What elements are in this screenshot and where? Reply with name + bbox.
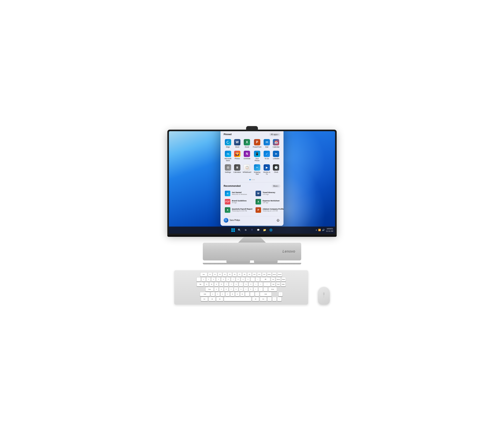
- key-h[interactable]: H: [239, 287, 243, 291]
- key-period[interactable]: .: [250, 292, 254, 296]
- key-ctrl-left[interactable]: Ctrl: [201, 297, 208, 301]
- key-f10[interactable]: F10: [252, 272, 257, 277]
- key-9[interactable]: 9: [241, 277, 245, 282]
- key-f9[interactable]: F9: [247, 272, 252, 277]
- key-lbracket[interactable]: [: [253, 282, 258, 286]
- key-ins[interactable]: Ins: [271, 277, 275, 282]
- key-alt-right[interactable]: Alt: [252, 297, 259, 301]
- key-b[interactable]: B: [230, 292, 235, 296]
- key-equals[interactable]: =: [256, 277, 260, 282]
- key-escape[interactable]: Esc: [200, 272, 207, 277]
- key-alt-left[interactable]: Alt: [216, 297, 223, 301]
- key-a[interactable]: A: [214, 287, 218, 291]
- app-powerpoint[interactable]: P PowerPoint: [252, 138, 262, 149]
- key-m[interactable]: M: [240, 292, 244, 296]
- key-backtick[interactable]: `: [197, 277, 201, 282]
- app-clock[interactable]: 🕐 Clock: [272, 163, 280, 176]
- key-semicolon[interactable]: ;: [259, 287, 263, 291]
- key-p[interactable]: P: [249, 282, 253, 286]
- key-end[interactable]: End: [276, 282, 280, 286]
- mouse[interactable]: [318, 287, 330, 305]
- key-f12[interactable]: F12: [262, 272, 266, 277]
- key-7[interactable]: 7: [231, 277, 235, 282]
- power-button[interactable]: ⏻: [276, 218, 280, 223]
- app-excel[interactable]: X Excel: [242, 138, 252, 149]
- key-pause[interactable]: Pause: [277, 272, 282, 277]
- key-arrow-right[interactable]: →: [277, 297, 281, 301]
- key-tab[interactable]: Tab: [197, 282, 204, 286]
- key-z[interactable]: Z: [211, 292, 215, 296]
- key-w[interactable]: W: [209, 282, 214, 286]
- key-n[interactable]: N: [235, 292, 240, 296]
- key-quote[interactable]: ': [263, 287, 268, 291]
- key-backslash[interactable]: \: [263, 282, 270, 286]
- key-backspace[interactable]: ⌫: [261, 277, 270, 282]
- key-u[interactable]: U: [234, 282, 238, 286]
- key-5[interactable]: 5: [221, 277, 225, 282]
- app-store[interactable]: 🛍 Microsoft Store: [224, 150, 232, 163]
- key-3[interactable]: 3: [211, 277, 216, 282]
- key-f1[interactable]: F1: [208, 272, 212, 277]
- key-capslock[interactable]: Caps: [205, 287, 214, 291]
- rec-item-expense[interactable]: X Expense Worksheet 12h ago: [254, 198, 285, 205]
- key-space[interactable]: [224, 297, 252, 301]
- key-f7[interactable]: F7: [237, 272, 242, 277]
- key-g[interactable]: G: [234, 287, 238, 291]
- app-phone[interactable]: 📱 Your Phone: [252, 150, 262, 163]
- app-calendar[interactable]: 📅 Calendar: [272, 138, 280, 149]
- key-o[interactable]: O: [244, 282, 248, 286]
- key-ctrl-right[interactable]: Ctrl: [260, 297, 267, 301]
- key-f[interactable]: F: [229, 287, 233, 291]
- app-edge[interactable]: Edge: [224, 138, 232, 149]
- app-photos[interactable]: 🌄 Photos: [233, 150, 241, 163]
- rec-item-get-started[interactable]: ⊞ Get Started Welcome to Windows: [224, 190, 253, 197]
- key-r[interactable]: R: [219, 282, 224, 286]
- key-v[interactable]: V: [225, 292, 230, 296]
- key-l[interactable]: L: [253, 287, 258, 291]
- app-mail[interactable]: ✉ Mail: [262, 138, 271, 149]
- key-d[interactable]: D: [224, 287, 228, 291]
- all-apps-button[interactable]: All apps ›: [269, 133, 280, 136]
- key-t[interactable]: T: [224, 282, 228, 286]
- app-calculator[interactable]: 🖩 Calculator: [233, 163, 241, 176]
- key-pgup[interactable]: PgUp: [281, 277, 286, 282]
- key-home[interactable]: Home: [276, 277, 280, 282]
- rec-item-travel[interactable]: W Travel Itinerary 17m ago: [254, 190, 285, 197]
- key-f3[interactable]: F3: [218, 272, 222, 277]
- taskbar-datetime[interactable]: 10/20/21 11:11 AM: [326, 228, 333, 232]
- key-scrlk[interactable]: ScrLk: [272, 272, 277, 277]
- key-f8[interactable]: F8: [242, 272, 247, 277]
- app-settings[interactable]: ⚙ Settings: [224, 163, 232, 176]
- taskbar-taskview-button[interactable]: ⧉: [243, 228, 248, 233]
- key-del[interactable]: Del: [271, 282, 275, 286]
- key-q[interactable]: Q: [204, 282, 209, 286]
- key-i[interactable]: I: [239, 282, 243, 286]
- key-6[interactable]: 6: [226, 277, 230, 282]
- key-f5[interactable]: F5: [228, 272, 232, 277]
- key-1[interactable]: 1: [201, 277, 206, 282]
- key-slash[interactable]: /: [255, 292, 259, 296]
- key-j[interactable]: J: [244, 287, 248, 291]
- app-whiteboard[interactable]: 📋 Whiteboard: [242, 163, 252, 176]
- key-s[interactable]: S: [219, 287, 224, 291]
- rec-item-payroll[interactable]: X Quarterly Payroll Report Yesterday at …: [224, 206, 253, 214]
- key-enter[interactable]: Enter: [268, 287, 277, 291]
- key-pgdn[interactable]: PgDn: [281, 282, 286, 286]
- user-info[interactable]: S Sara Philips: [224, 218, 240, 223]
- key-2[interactable]: 2: [206, 277, 211, 282]
- rec-item-adatum[interactable]: P Adatum Company Profile Yesterday at 1:…: [254, 206, 285, 214]
- key-f6[interactable]: F6: [233, 272, 237, 277]
- key-k[interactable]: K: [249, 287, 253, 291]
- taskbar-teams-button[interactable]: T: [249, 228, 255, 233]
- taskbar-explorer-button[interactable]: 📁: [262, 228, 267, 233]
- key-e[interactable]: E: [214, 282, 218, 286]
- key-arrow-down[interactable]: ↓: [272, 297, 277, 301]
- app-movies[interactable]: ▶ Movies & TV: [262, 163, 271, 176]
- taskbar-edge-button[interactable]: 🌐: [268, 228, 273, 233]
- key-x[interactable]: X: [216, 292, 220, 296]
- key-minus[interactable]: -: [251, 277, 255, 282]
- app-linkedin[interactable]: in LinkedIn: [272, 150, 280, 163]
- key-f4[interactable]: F4: [223, 272, 227, 277]
- app-snipping[interactable]: ✂ Snipping Tool: [252, 163, 262, 176]
- key-y[interactable]: Y: [229, 282, 233, 286]
